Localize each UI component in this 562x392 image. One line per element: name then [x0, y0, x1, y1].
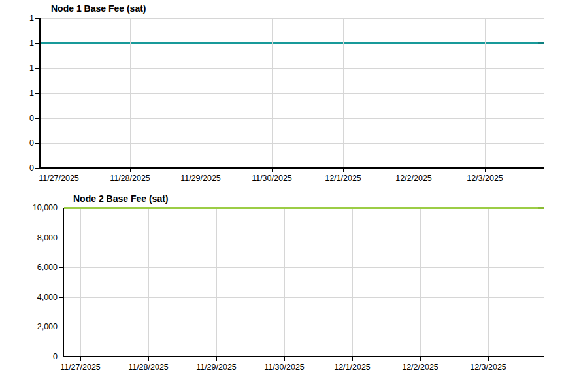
series-line — [64, 207, 544, 209]
x-tick-label: 11/27/2025 — [51, 362, 110, 372]
y-grid-line — [64, 297, 544, 298]
x-tick-mark — [284, 357, 285, 361]
x-tick-mark — [352, 357, 353, 361]
x-tick-label: 12/3/2025 — [459, 362, 518, 372]
charts-page: Node 1 Base Fee (sat) 11/27/202511/28/20… — [0, 0, 562, 392]
y-tick-label: 4,000 — [12, 292, 58, 302]
y-tick-label: 10,000 — [12, 203, 58, 213]
x-grid-line — [352, 209, 353, 357]
x-grid-line — [284, 209, 285, 357]
x-tick-label: 11/30/2025 — [255, 362, 314, 372]
x-grid-line — [488, 209, 489, 357]
y-tick-label: 2,000 — [12, 321, 58, 332]
node2-base-fee-chart: Node 2 Base Fee (sat) 11/27/202511/28/20… — [0, 0, 562, 392]
x-tick-mark — [216, 357, 217, 361]
x-tick-label: 12/1/2025 — [323, 362, 382, 372]
x-axis — [63, 356, 544, 357]
chart-title: Node 2 Base Fee (sat) — [73, 193, 169, 204]
x-tick-mark — [148, 357, 149, 361]
x-grid-line — [148, 209, 149, 357]
y-grid-line — [64, 327, 544, 327]
x-tick-mark — [420, 357, 421, 361]
x-tick-label: 11/28/2025 — [119, 362, 178, 372]
y-grid-line — [64, 238, 544, 238]
y-tick-label: 8,000 — [12, 233, 58, 243]
x-tick-mark — [80, 357, 81, 361]
x-tick-label: 12/2/2025 — [391, 362, 450, 372]
x-tick-label: 11/29/2025 — [187, 362, 246, 372]
x-grid-line — [216, 209, 217, 357]
series-end-marker — [538, 207, 544, 209]
y-tick-label: 6,000 — [12, 262, 58, 272]
y-tick-label: 0 — [12, 351, 58, 362]
x-grid-line — [80, 209, 81, 357]
x-grid-line — [420, 209, 421, 357]
y-axis — [63, 208, 64, 357]
y-grid-line — [64, 267, 544, 268]
x-tick-mark — [488, 357, 489, 361]
